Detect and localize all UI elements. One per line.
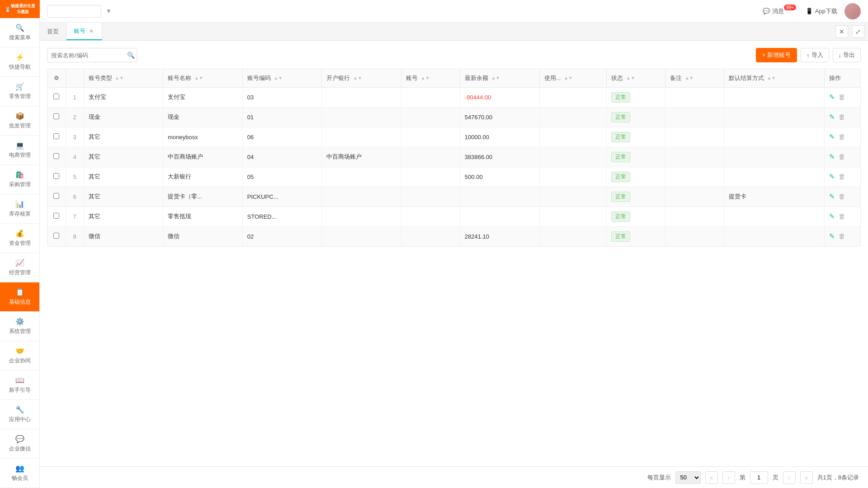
sidebar-item-search-menu[interactable]: 🔍 搜索菜单: [0, 18, 39, 47]
next-page-button[interactable]: ›: [783, 471, 796, 484]
prev-page-button[interactable]: ‹: [722, 471, 735, 484]
edit-button[interactable]: ✎: [829, 93, 835, 101]
edit-button[interactable]: ✎: [829, 153, 835, 161]
sidebar-item-retail[interactable]: 🛒 零售管理: [0, 77, 39, 106]
sidebar-item-basic-info[interactable]: 📋 基础信息: [0, 282, 39, 312]
col-gear[interactable]: ⚙: [47, 69, 66, 87]
accounts-table-wrap: ⚙ 账号类型 ▲▼ 账号名称 ▲▼ 账号编码 ▲▼: [47, 69, 861, 247]
delete-button[interactable]: 🗑: [839, 153, 845, 161]
tab-close-all-button[interactable]: ✕: [835, 25, 848, 38]
col-usage-sort: ▲▼: [564, 76, 573, 80]
cell-value: PICKUPC...: [242, 187, 322, 206]
pagination-bar: 每页显示 10 20 50 100 « ‹ 第 页 › » 共1页，8条记录: [40, 466, 868, 488]
edit-button[interactable]: ✎: [829, 212, 835, 221]
first-page-button[interactable]: «: [705, 471, 718, 484]
search-input[interactable]: [51, 52, 127, 59]
sidebar-label-agreement: 企业协同: [9, 357, 31, 365]
col-index: [66, 69, 84, 87]
cell-value: STORED...: [242, 206, 322, 226]
row-checkbox[interactable]: [53, 213, 59, 219]
delete-button[interactable]: 🗑: [839, 212, 845, 221]
sidebar-item-wholesale[interactable]: 📦 批发管理: [0, 106, 39, 136]
sidebar-item-quick-nav[interactable]: ⚡ 快捷导航: [0, 47, 39, 77]
sidebar-label-system: 系统管理: [9, 328, 31, 335]
col-code[interactable]: 账号编码 ▲▼: [242, 69, 322, 87]
app-download-icon: 📱: [806, 8, 813, 14]
edit-button[interactable]: ✎: [829, 192, 835, 201]
cell-value: 支付宝: [84, 87, 163, 107]
sidebar-item-agreement[interactable]: 🤝 企业协同: [0, 341, 39, 371]
col-balance-label: 最新余额: [465, 75, 488, 81]
cell-value: [539, 147, 607, 167]
tab-account-close[interactable]: ✕: [88, 27, 94, 35]
sidebar-item-operations[interactable]: 📈 经营管理: [0, 253, 39, 282]
cell-value: [322, 87, 401, 107]
search-wrap: 🔍: [47, 48, 137, 62]
import-button[interactable]: ↑ 导入: [801, 48, 829, 62]
search-icon[interactable]: 🔍: [127, 52, 135, 59]
col-bank[interactable]: 开户银行 ▲▼: [322, 69, 401, 87]
tab-maximize-button[interactable]: ⤢: [852, 25, 864, 38]
page-size-select[interactable]: 10 20 50 100: [675, 471, 701, 484]
col-default-settlement[interactable]: 默认结算方式 ▲▼: [724, 69, 824, 87]
top-search-input[interactable]: [47, 5, 101, 18]
sidebar-item-guide[interactable]: 📖 新手引导: [0, 371, 39, 400]
inventory-icon: 📊: [15, 200, 24, 208]
cell-value: [724, 87, 824, 107]
tab-account[interactable]: 账号 ✕: [66, 23, 102, 40]
col-account[interactable]: 账号 ▲▼: [401, 69, 460, 87]
col-balance[interactable]: 最新余额 ▲▼: [460, 69, 539, 87]
sidebar-item-enterprise-wechat[interactable]: 💬 企业微信: [0, 429, 39, 459]
row-checkbox[interactable]: [53, 133, 59, 139]
sidebar-item-member[interactable]: 👥 畅会员: [0, 459, 39, 488]
row-checkbox[interactable]: [53, 193, 59, 199]
row-checkbox[interactable]: [53, 173, 59, 179]
col-type-sort: ▲▼: [115, 76, 124, 80]
sidebar-item-inventory[interactable]: 📊 库存核算: [0, 194, 39, 224]
edit-button[interactable]: ✎: [829, 133, 835, 141]
delete-button[interactable]: 🗑: [839, 93, 845, 101]
row-index: 1: [66, 87, 84, 107]
sidebar-item-ecommerce[interactable]: 💻 电商管理: [0, 136, 39, 165]
col-remark[interactable]: 备注 ▲▼: [665, 69, 724, 87]
delete-button[interactable]: 🗑: [839, 113, 845, 121]
member-icon: 👥: [15, 464, 24, 473]
delete-button[interactable]: 🗑: [839, 232, 845, 240]
user-avatar[interactable]: [844, 3, 861, 19]
row-checkbox[interactable]: [53, 233, 59, 239]
app-download-button[interactable]: 📱 App下载: [806, 7, 837, 15]
sidebar: 🐰 畅捷通好生意 乐惠版 🔍 搜索菜单 ⚡ 快捷导航 🛒 零售管理 📦 批发管理…: [0, 0, 40, 488]
row-checkbox[interactable]: [53, 94, 59, 99]
col-usage[interactable]: 使用... ▲▼: [539, 69, 607, 87]
sidebar-item-purchase[interactable]: 🛍️ 采购管理: [0, 165, 39, 194]
toolbar: 🔍 + 新增账号 ↑ 导入 ↓ 导出: [47, 48, 861, 62]
status-badge: 正常: [611, 172, 630, 182]
row-checkbox[interactable]: [53, 113, 59, 119]
row-index: 2: [66, 107, 84, 127]
col-name[interactable]: 账号名称 ▲▼: [163, 69, 243, 87]
last-page-button[interactable]: »: [800, 471, 813, 484]
delete-button[interactable]: 🗑: [839, 133, 845, 141]
sidebar-item-app-center[interactable]: 🔧 应用中心: [0, 400, 39, 429]
messages-button[interactable]: 💬 消息 99+: [763, 7, 798, 15]
delete-button[interactable]: 🗑: [839, 192, 845, 201]
sidebar-item-system[interactable]: ⚙️ 系统管理: [0, 312, 39, 341]
export-button[interactable]: ↓ 导出: [833, 48, 861, 62]
sidebar-label-finance: 资金管理: [9, 239, 31, 247]
dropdown-icon[interactable]: ▼: [106, 8, 112, 14]
add-account-button[interactable]: + 新增账号: [756, 48, 797, 62]
page-input[interactable]: [750, 471, 768, 484]
delete-button[interactable]: 🗑: [839, 173, 845, 181]
purchase-icon: 🛍️: [15, 170, 24, 179]
sidebar-item-finance[interactable]: 💰 资金管理: [0, 224, 39, 253]
edit-button[interactable]: ✎: [829, 232, 835, 240]
col-type[interactable]: 账号类型 ▲▼: [84, 69, 163, 87]
edit-button[interactable]: ✎: [829, 173, 835, 181]
toolbar-left: 🔍: [47, 48, 137, 62]
edit-button[interactable]: ✎: [829, 113, 835, 121]
cell-value: -90444.00: [460, 87, 539, 107]
tab-home[interactable]: 首页: [40, 23, 66, 40]
col-status[interactable]: 状态 ▲▼: [607, 69, 665, 87]
retail-icon: 🛒: [15, 82, 24, 91]
row-checkbox[interactable]: [53, 153, 59, 159]
